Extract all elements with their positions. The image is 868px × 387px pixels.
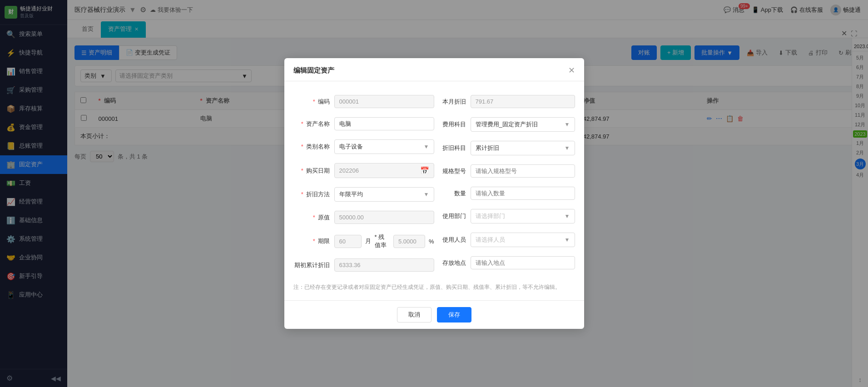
dep-account-text: 累计折旧 xyxy=(476,144,565,152)
department-arrow: ▼ xyxy=(565,213,570,219)
user-placeholder: 请选择人员 xyxy=(476,236,565,244)
form-left-col: * 编码 * 资产名称 xyxy=(293,90,434,276)
model-input[interactable] xyxy=(471,164,575,178)
form-row-expense-account: 费用科目 管理费用_固定资产折旧 ▼ xyxy=(434,113,575,136)
dep-account-label: 折旧科目 xyxy=(434,144,471,152)
form-row-period: * 期限 月 * 残值率 % xyxy=(293,228,434,254)
cancel-button[interactable]: 取消 xyxy=(397,307,432,322)
period-unit: 月 xyxy=(365,237,371,245)
department-select[interactable]: 请选择部门 ▼ xyxy=(471,209,575,223)
form-note: 注：已经存在变更记录或者对应固定资产已经生成凭证，原值、购买日期、残值率、累计折… xyxy=(293,280,575,291)
modal-body: * 编码 * 资产名称 xyxy=(284,81,584,300)
monthly-dep-input xyxy=(471,95,575,108)
user-arrow: ▼ xyxy=(565,237,570,243)
form-row-quantity: 数量 xyxy=(434,182,575,204)
category-select-arrow: ▼ xyxy=(424,144,429,150)
modal-close-icon[interactable]: ✕ xyxy=(568,65,575,75)
residual-rate-unit: % xyxy=(429,238,434,245)
modal-footer: 取消 保存 xyxy=(284,300,584,329)
quantity-label: 数量 xyxy=(434,189,471,198)
depreciation-method-text: 年限平均 xyxy=(339,190,424,198)
location-input[interactable] xyxy=(471,256,575,269)
department-placeholder: 请选择部门 xyxy=(476,212,565,220)
dep-account-arrow: ▼ xyxy=(565,145,570,151)
form-row-name: * 资产名称 xyxy=(293,113,434,135)
depreciation-method-label: * 折旧方法 xyxy=(293,190,334,198)
form-grid: * 编码 * 资产名称 xyxy=(293,90,575,276)
category-form-label: * 类别名称 xyxy=(293,143,334,151)
form-row-department: 使用部门 请选择部门 ▼ xyxy=(434,204,575,228)
category-select[interactable]: 电子设备 ▼ xyxy=(334,139,434,154)
initial-depreciation-label: 期初累计折旧 xyxy=(293,261,334,269)
form-row-location: 存放地点 xyxy=(434,252,575,274)
purchase-date-label: * 购买日期 xyxy=(293,167,334,175)
form-row-original-value: * 原值 xyxy=(293,206,434,228)
modal-overlay: 编辑固定资产 ✕ * 编码 xyxy=(0,0,868,387)
period-label: * 期限 xyxy=(293,237,334,245)
form-row-dep-account: 折旧科目 累计折旧 ▼ xyxy=(434,136,575,160)
monthly-dep-label: 本月折旧 xyxy=(434,98,471,106)
form-row-category: * 类别名称 电子设备 ▼ xyxy=(293,135,434,159)
category-select-text: 电子设备 xyxy=(339,143,424,151)
form-row-user: 使用人员 请选择人员 ▼ xyxy=(434,228,575,252)
calendar-icon: 📅 xyxy=(420,166,429,175)
residual-rate-label: * 残值率 xyxy=(375,233,390,249)
expense-account-text: 管理费用_固定资产折旧 xyxy=(476,120,565,129)
user-select[interactable]: 请选择人员 ▼ xyxy=(471,233,575,247)
form-row-code: * 编码 xyxy=(293,90,434,113)
expense-account-arrow: ▼ xyxy=(565,121,570,128)
form-right-col: 本月折旧 费用科目 管理费用_固定资产折旧 ▼ xyxy=(434,90,575,276)
form-row-monthly-dep: 本月折旧 xyxy=(434,90,575,113)
name-input[interactable] xyxy=(334,117,434,130)
expense-account-select[interactable]: 管理费用_固定资产折旧 ▼ xyxy=(471,117,575,132)
form-row-initial-depreciation: 期初累计折旧 xyxy=(293,254,434,276)
modal-header: 编辑固定资产 ✕ xyxy=(284,58,584,81)
name-label: * 资产名称 xyxy=(293,120,334,128)
user-label: 使用人员 xyxy=(434,236,471,244)
purchase-date-input[interactable]: 202206 📅 xyxy=(334,163,434,178)
modal-title: 编辑固定资产 xyxy=(293,66,334,75)
period-input[interactable] xyxy=(334,235,362,248)
department-label: 使用部门 xyxy=(434,212,471,220)
period-inline: 月 * 残值率 % xyxy=(334,233,434,249)
dep-method-arrow: ▼ xyxy=(424,191,429,198)
original-value-input[interactable] xyxy=(334,211,434,224)
quantity-input[interactable] xyxy=(471,187,575,200)
edit-fixed-asset-modal: 编辑固定资产 ✕ * 编码 xyxy=(284,58,584,329)
form-row-depreciation-method: * 折旧方法 年限平均 ▼ xyxy=(293,183,434,206)
form-row-model: 规格型号 xyxy=(434,160,575,182)
depreciation-method-select[interactable]: 年限平均 ▼ xyxy=(334,187,434,202)
location-label: 存放地点 xyxy=(434,259,471,267)
purchase-date-text: 202206 xyxy=(339,167,420,174)
expense-account-label: 费用科目 xyxy=(434,120,471,129)
dep-account-select[interactable]: 累计折旧 ▼ xyxy=(471,141,575,155)
model-label: 规格型号 xyxy=(434,167,471,175)
save-button[interactable]: 保存 xyxy=(437,307,471,322)
residual-rate-input[interactable] xyxy=(393,235,425,248)
form-row-purchase-date: * 购买日期 202206 📅 xyxy=(293,159,434,183)
original-value-label: * 原值 xyxy=(293,213,334,222)
code-input[interactable] xyxy=(334,95,434,108)
initial-depreciation-input[interactable] xyxy=(334,258,434,272)
code-label: * 编码 xyxy=(293,98,334,106)
